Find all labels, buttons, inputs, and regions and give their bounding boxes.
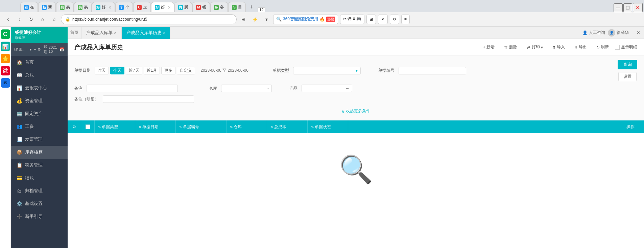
th-warehouse[interactable]: ⇅ 仓库 bbox=[226, 120, 267, 133]
inner-tab-list[interactable]: 产成品入库单 × bbox=[81, 27, 122, 39]
tab-8-close[interactable]: × bbox=[168, 5, 170, 10]
voucher-no-input[interactable] bbox=[399, 67, 466, 74]
nav-item-tax[interactable]: 📋 税务管理 bbox=[11, 159, 68, 172]
date-btn-7days[interactable]: 近7天 bbox=[126, 67, 142, 74]
date-btn-more[interactable]: 更多 bbox=[161, 67, 175, 74]
product-label: 产品 bbox=[289, 86, 297, 91]
nav-item-reports[interactable]: 📊 云报表中心 bbox=[11, 82, 68, 94]
th-type[interactable]: ⇅ 单据类型 bbox=[95, 120, 135, 133]
inner-tab-history-close[interactable]: × bbox=[163, 30, 166, 35]
period-dropdown-icon[interactable]: ▾ bbox=[30, 47, 32, 52]
nav-item-assets[interactable]: 🏢 固定资产 bbox=[11, 107, 68, 120]
app-icon-main[interactable]: C bbox=[1, 29, 10, 39]
extensions-button[interactable]: ⊞ bbox=[239, 15, 248, 24]
export-button[interactable]: ⬇ 导出 bbox=[571, 43, 590, 51]
tab-7[interactable]: C 企 bbox=[133, 2, 151, 12]
tab-8[interactable]: 好 好 × bbox=[151, 2, 174, 12]
bookmark-button[interactable]: ☆ bbox=[49, 15, 59, 24]
breadcrumb-home[interactable]: 首页 bbox=[70, 30, 78, 36]
th-cost[interactable]: ⇅ 总成本 bbox=[267, 120, 308, 133]
lightning-button[interactable]: ⚡ bbox=[250, 15, 260, 24]
tab-6[interactable]: 个 个 bbox=[115, 2, 133, 12]
refresh-page-button[interactable]: ↻ 刷新 bbox=[593, 43, 612, 51]
tab-11-icon: 各 bbox=[214, 5, 219, 10]
nav-item-invoice[interactable]: 🧾 发票管理 bbox=[11, 133, 68, 146]
tab-10[interactable]: M 畅 bbox=[192, 2, 210, 12]
nav-item-archive[interactable]: 🗂 归档管理 bbox=[11, 184, 68, 197]
delete-button[interactable]: 🗑 删除 bbox=[501, 43, 521, 51]
th-status[interactable]: ⇅ 单据状态 bbox=[308, 120, 348, 133]
app-icon-teal[interactable]: 📊 bbox=[1, 42, 10, 51]
header-checkbox[interactable] bbox=[86, 125, 90, 129]
inner-tab-list-close[interactable]: × bbox=[114, 30, 117, 35]
tab-1[interactable]: 在 在 bbox=[20, 2, 38, 12]
warehouse-select[interactable]: ··· bbox=[221, 85, 272, 92]
ai-consult-button[interactable]: 👤 人工咨询 bbox=[582, 30, 605, 36]
back-button[interactable]: ‹ bbox=[3, 15, 13, 24]
app-icon-red[interactable]: 微 bbox=[1, 66, 10, 75]
app-icon-blue[interactable]: ✉ bbox=[1, 78, 10, 88]
tab-9[interactable]: 腾 腾 bbox=[174, 2, 192, 12]
print-button[interactable]: 🖨 打印 ▾ bbox=[523, 43, 546, 51]
sun-tool[interactable]: ☀ bbox=[378, 15, 388, 24]
app-icon-orange[interactable]: ⭐ bbox=[1, 54, 10, 63]
settings-icon[interactable]: ⚙ bbox=[38, 47, 41, 52]
nav-item-guide[interactable]: ➕ 新手引导 bbox=[11, 210, 68, 223]
nav-item-base[interactable]: ⚙️ 基础设置 bbox=[11, 197, 68, 210]
inner-tab-history[interactable]: 产成品入库单历史 × bbox=[122, 27, 171, 39]
forward-button[interactable]: › bbox=[15, 15, 24, 24]
voucher-type-select[interactable]: ▾ bbox=[293, 67, 361, 74]
tab-9-label: 腾 bbox=[184, 4, 188, 10]
tab-5-close[interactable]: × bbox=[109, 5, 111, 10]
layout-tool[interactable]: ⊞ bbox=[366, 15, 376, 24]
tab-12[interactable]: S 目 bbox=[228, 2, 246, 12]
nav-item-ledger[interactable]: 📖 总账 bbox=[11, 69, 68, 82]
date-btn-yesterday[interactable]: 昨天 bbox=[95, 67, 109, 74]
nav-item-funds[interactable]: 💰 资金管理 bbox=[11, 94, 68, 107]
th-date[interactable]: ⇅ 单据日期 bbox=[135, 120, 176, 133]
settings-tool[interactable]: ≡ bbox=[401, 15, 410, 24]
search-text: 360智能抠图免费用 bbox=[283, 16, 318, 22]
minimize-button[interactable]: ─ bbox=[614, 3, 623, 12]
query-button[interactable]: 查询 bbox=[618, 60, 637, 69]
product-select[interactable]: ··· bbox=[302, 85, 352, 92]
date-btn-1month[interactable]: 近1月 bbox=[144, 67, 160, 74]
close-window-button[interactable]: ✕ bbox=[633, 3, 643, 12]
nav-item-home[interactable]: 🏠 首页 bbox=[11, 56, 68, 69]
tab-3[interactable]: 易 易 bbox=[56, 2, 74, 12]
remark-detail-input[interactable] bbox=[103, 95, 194, 103]
maximize-button[interactable]: □ bbox=[623, 3, 632, 12]
tab-4[interactable]: 易 易 bbox=[74, 2, 92, 12]
remark-input[interactable] bbox=[87, 85, 178, 92]
search-box[interactable]: 🔍 360智能抠图免费用 🔥 热搜 bbox=[273, 15, 338, 24]
new-tab-button[interactable]: + bbox=[246, 2, 256, 12]
home-button[interactable]: ⌂ bbox=[38, 15, 47, 24]
sort-no-icon: ⇅ bbox=[179, 125, 182, 129]
th-settings[interactable]: ⚙ bbox=[68, 120, 81, 133]
display-checkbox[interactable] bbox=[615, 45, 620, 50]
add-icon[interactable]: + bbox=[34, 47, 36, 51]
date-btn-today[interactable]: 今天 bbox=[110, 67, 124, 74]
tab-2[interactable]: 新 新 bbox=[38, 2, 56, 12]
th-checkbox[interactable] bbox=[81, 120, 95, 133]
import-button[interactable]: ⬆ 导入 bbox=[549, 43, 568, 51]
nav-item-checkout[interactable]: 💳 结账 bbox=[11, 172, 68, 184]
tab-11[interactable]: 各 各 bbox=[210, 2, 228, 12]
collapse-button[interactable]: ∧ 收起更多条件 bbox=[74, 106, 637, 116]
th-no-label: 单据编号 bbox=[183, 124, 199, 130]
refresh-button[interactable]: ↻ bbox=[26, 15, 36, 24]
address-input[interactable]: 🔒 https://cloud.chanjet.com/accounting/u… bbox=[61, 14, 237, 24]
add-label: 新增 bbox=[486, 44, 495, 50]
nav-item-payroll[interactable]: 👥 工资 bbox=[11, 120, 68, 133]
nav-item-inventory[interactable]: 📦 库存核算 bbox=[11, 146, 68, 159]
add-button[interactable]: + 新增 bbox=[480, 43, 498, 51]
filter-settings-button[interactable]: 设置 bbox=[618, 72, 637, 81]
date-btn-custom[interactable]: 自定义 bbox=[177, 67, 195, 74]
page-close-button[interactable]: × bbox=[633, 30, 644, 36]
rotate-tool[interactable]: ↺ bbox=[390, 15, 399, 24]
dropdown-button[interactable]: ▾ bbox=[262, 15, 271, 24]
cut-tool[interactable]: ✂ 译 ¥ 🎮 bbox=[340, 15, 364, 24]
tab-5[interactable]: 好 好 × bbox=[92, 2, 115, 12]
invoice-icon: 🧾 bbox=[16, 137, 22, 142]
th-no[interactable]: ⇅ 单据编号 bbox=[176, 120, 226, 133]
